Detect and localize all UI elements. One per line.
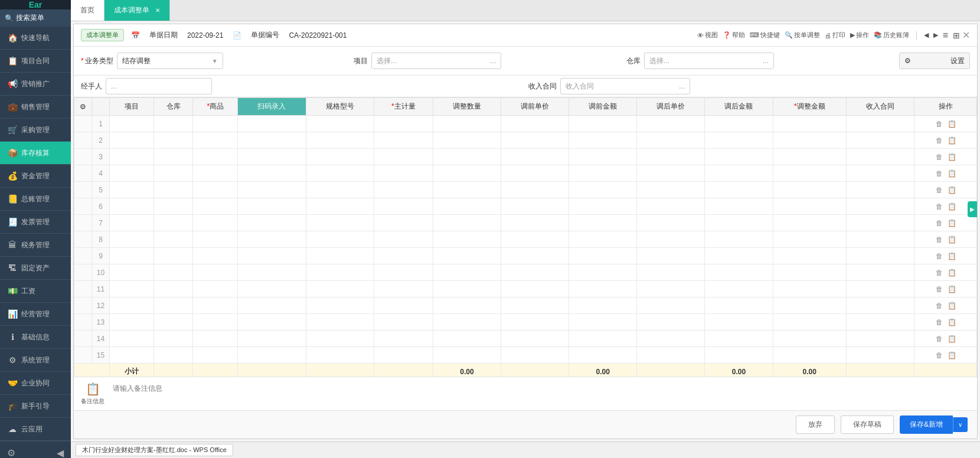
row-goods-cell[interactable] (193, 132, 238, 149)
sidebar-item-sales-mgmt[interactable]: 💼 销售管理 (0, 96, 71, 119)
row-project-cell[interactable] (110, 248, 154, 264)
row-post-unit-price-cell[interactable] (637, 215, 705, 231)
row-main-unit-cell[interactable] (374, 198, 433, 215)
row-post-unit-price-cell[interactable] (637, 331, 705, 347)
row-project-cell[interactable] (110, 116, 154, 132)
row-spec-cell[interactable] (306, 264, 374, 281)
row-goods-cell[interactable] (193, 264, 238, 281)
row-pre-unit-price-cell[interactable] (501, 116, 569, 132)
row-spec-cell[interactable] (306, 297, 374, 314)
row-post-unit-price-cell[interactable] (637, 182, 705, 198)
row-scan-cell[interactable] (238, 165, 306, 182)
search-menu[interactable]: 🔍 搜索菜单 (0, 9, 71, 27)
row-spec-cell[interactable] (306, 231, 374, 248)
row-delete-icon[interactable]: 🗑 (934, 350, 945, 361)
row-adj-amount-cell[interactable] (773, 264, 847, 281)
row-post-amount-cell[interactable] (705, 281, 773, 297)
row-project-cell[interactable] (110, 198, 154, 215)
row-scan-cell[interactable] (238, 182, 306, 198)
row-goods-cell[interactable] (193, 248, 238, 264)
row-delete-icon[interactable]: 🗑 (934, 185, 945, 195)
row-copy-icon[interactable]: 📋 (946, 350, 957, 361)
project-input[interactable]: 选择... ... (371, 53, 501, 69)
row-adj-qty-cell[interactable] (433, 264, 501, 281)
row-delete-icon[interactable]: 🗑 (934, 168, 945, 179)
row-delete-icon[interactable]: 🗑 (934, 218, 945, 228)
row-pre-amount-cell[interactable] (569, 116, 637, 132)
row-post-unit-price-cell[interactable] (637, 132, 705, 149)
row-main-unit-cell[interactable] (374, 347, 433, 364)
row-scan-cell[interactable] (238, 314, 306, 331)
row-pre-amount-cell[interactable] (569, 198, 637, 215)
sidebar-item-invoice-mgmt[interactable]: 🧾 发票管理 (0, 211, 71, 234)
row-adj-amount-cell[interactable] (773, 149, 847, 165)
row-adj-qty-cell[interactable] (433, 314, 501, 331)
row-post-amount-cell[interactable] (705, 165, 773, 182)
row-pre-amount-cell[interactable] (569, 314, 637, 331)
row-project-cell[interactable] (110, 132, 154, 149)
row-income-contract-cell[interactable] (847, 198, 914, 215)
footer-settings-icon[interactable]: ⚙ (7, 447, 15, 458)
save-new-main-button[interactable]: 保存&新增 (900, 416, 953, 434)
row-pre-amount-cell[interactable] (569, 182, 637, 198)
toolbar-view-list[interactable]: ≡ (943, 30, 948, 41)
row-adj-qty-cell[interactable] (433, 231, 501, 248)
row-spec-cell[interactable] (306, 215, 374, 231)
row-pre-unit-price-cell[interactable] (501, 132, 569, 149)
row-income-contract-cell[interactable] (847, 248, 914, 264)
row-copy-icon[interactable]: 📋 (946, 267, 957, 278)
row-goods-cell[interactable] (193, 347, 238, 364)
row-post-amount-cell[interactable] (705, 198, 773, 215)
row-adj-amount-cell[interactable] (773, 297, 847, 314)
row-pre-amount-cell[interactable] (569, 297, 637, 314)
row-goods-cell[interactable] (193, 165, 238, 182)
row-project-cell[interactable] (110, 149, 154, 165)
tab-cost-adjustment[interactable]: 成本调整单 ✕ (104, 0, 170, 21)
row-delete-icon[interactable]: 🗑 (934, 300, 945, 311)
row-post-amount-cell[interactable] (705, 132, 773, 149)
row-goods-cell[interactable] (193, 281, 238, 297)
row-income-contract-cell[interactable] (847, 116, 914, 132)
remark-input[interactable] (110, 382, 970, 395)
row-income-contract-cell[interactable] (847, 132, 914, 149)
row-post-amount-cell[interactable] (705, 314, 773, 331)
row-goods-cell[interactable] (193, 231, 238, 248)
row-goods-cell[interactable] (193, 297, 238, 314)
row-warehouse-cell[interactable] (153, 264, 193, 281)
row-spec-cell[interactable] (306, 149, 374, 165)
row-main-unit-cell[interactable] (374, 281, 433, 297)
save-new-arrow-button[interactable]: ∨ (953, 417, 968, 432)
row-goods-cell[interactable] (193, 116, 238, 132)
row-scan-cell[interactable] (238, 281, 306, 297)
row-post-amount-cell[interactable] (705, 264, 773, 281)
row-scan-cell[interactable] (238, 116, 306, 132)
row-scan-cell[interactable] (238, 331, 306, 347)
row-project-cell[interactable] (110, 231, 154, 248)
row-project-cell[interactable] (110, 314, 154, 331)
sidebar-item-purchase-mgmt[interactable]: 🛒 采购管理 (0, 119, 71, 142)
row-income-contract-cell[interactable] (847, 314, 914, 331)
row-goods-cell[interactable] (193, 331, 238, 347)
row-pre-amount-cell[interactable] (569, 132, 637, 149)
row-main-unit-cell[interactable] (374, 248, 433, 264)
row-pre-unit-price-cell[interactable] (501, 165, 569, 182)
row-pre-unit-price-cell[interactable] (501, 149, 569, 165)
sidebar-item-capital-mgmt[interactable]: 💰 资金管理 (0, 165, 71, 188)
row-delete-icon[interactable]: 🗑 (934, 119, 945, 129)
row-project-cell[interactable] (110, 347, 154, 364)
row-pre-amount-cell[interactable] (569, 248, 637, 264)
sidebar-item-sys-settings[interactable]: ⚙ 系统管理 (0, 349, 71, 372)
income-contract-input[interactable]: 收入合同 ... (560, 78, 690, 94)
row-post-amount-cell[interactable] (705, 297, 773, 314)
row-pre-unit-price-cell[interactable] (501, 182, 569, 198)
row-main-unit-cell[interactable] (374, 132, 433, 149)
row-pre-unit-price-cell[interactable] (501, 281, 569, 297)
row-pre-unit-price-cell[interactable] (501, 198, 569, 215)
row-pre-amount-cell[interactable] (569, 264, 637, 281)
row-main-unit-cell[interactable] (374, 331, 433, 347)
row-adj-amount-cell[interactable] (773, 314, 847, 331)
toolbar-print[interactable]: 🖨 打印 (825, 31, 845, 40)
sidebar-item-ops-mgmt[interactable]: 📊 经营管理 (0, 303, 71, 326)
row-spec-cell[interactable] (306, 248, 374, 264)
row-income-contract-cell[interactable] (847, 264, 914, 281)
